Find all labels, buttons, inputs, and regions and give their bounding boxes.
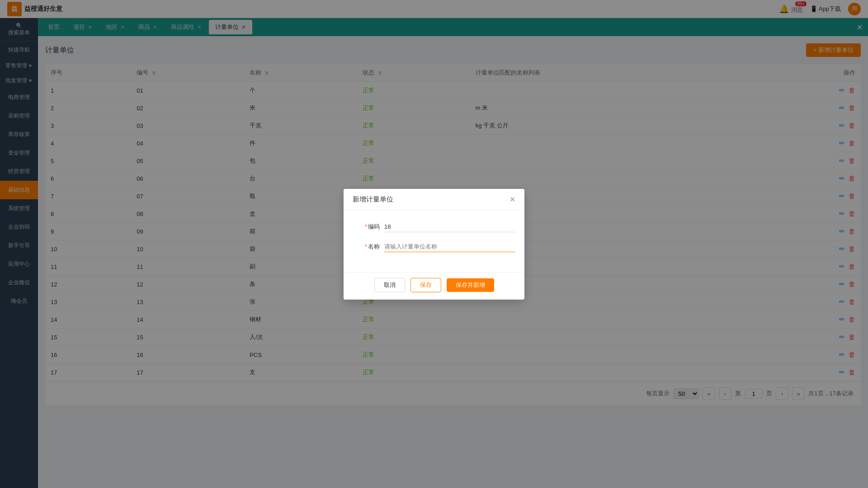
- save-button[interactable]: 保存: [410, 278, 441, 292]
- cancel-button[interactable]: 取消: [374, 278, 405, 292]
- modal-close-button[interactable]: ✕: [509, 195, 515, 204]
- add-unit-modal: 新增计量单位 ✕ 编码 名称 取消 保存 保存并新增: [344, 189, 524, 300]
- name-label: 名称: [353, 243, 380, 251]
- code-input[interactable]: [384, 221, 515, 232]
- code-label: 编码: [353, 223, 380, 231]
- save-and-new-button[interactable]: 保存并新增: [447, 278, 494, 292]
- name-input[interactable]: [384, 241, 515, 252]
- modal-title: 新增计量单位: [353, 195, 393, 204]
- modal-footer: 取消 保存 保存并新增: [344, 272, 524, 300]
- modal-body: 编码 名称: [344, 211, 524, 272]
- modal-header: 新增计量单位 ✕: [344, 189, 524, 211]
- modal-overlay: 新增计量单位 ✕ 编码 名称 取消 保存 保存并新增: [0, 0, 868, 488]
- form-row-code: 编码: [353, 221, 515, 232]
- form-row-name: 名称: [353, 241, 515, 252]
